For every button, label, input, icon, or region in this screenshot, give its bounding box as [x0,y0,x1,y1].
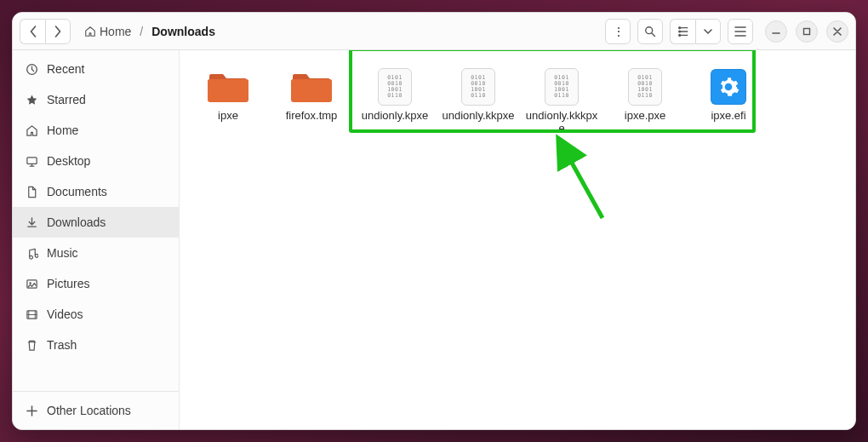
sidebar-divider [13,391,179,392]
headerbar: Home / Downloads ⋮ [13,13,855,50]
svg-rect-6 [26,157,36,164]
window-maximize-button[interactable] [796,20,818,43]
sidebar-item-documents[interactable]: Documents [13,176,179,207]
trash-icon [25,339,38,352]
svg-rect-4 [804,28,810,34]
sidebar-item-music[interactable]: Music [13,238,179,268]
file-manager-window: Home / Downloads ⋮ [12,12,856,430]
body: Recent Starred Home Desktop [13,50,855,429]
content-area[interactable]: ipxe firefox.tmp 0101001010010110 undion… [180,50,855,429]
sidebar-item-home[interactable]: Home [13,115,179,146]
grid-icon [677,26,689,37]
clock-icon [25,63,38,76]
nav-back-button[interactable] [20,19,45,44]
breadcrumb-home[interactable]: Home [77,19,138,44]
nav-buttons [20,19,71,44]
svg-point-0 [646,26,653,33]
kebab-icon: ⋮ [613,25,624,38]
star-icon [25,94,38,106]
documents-icon [25,186,38,198]
window-close-button[interactable] [826,20,848,43]
minimize-icon [772,27,780,36]
svg-point-2 [678,31,680,32]
breadcrumb-label: Downloads [151,25,215,38]
svg-point-3 [678,34,680,36]
home-icon [25,124,38,137]
sidebar-item-downloads[interactable]: Downloads [13,207,179,238]
search-icon [644,26,656,37]
sidebar-item-label: Starred [47,93,86,106]
sidebar-item-starred[interactable]: Starred [13,84,179,115]
sidebar-item-other-locations[interactable]: Other Locations [13,395,179,426]
videos-icon [25,308,38,321]
path-options-button[interactable]: ⋮ [605,19,631,44]
sidebar-item-label: Pictures [47,277,90,290]
sidebar: Recent Starred Home Desktop [13,50,180,429]
breadcrumb-label: Home [100,25,131,38]
svg-line-10 [560,141,602,218]
file-label: ipxe [218,110,238,135]
breadcrumb: Home / Downloads [77,19,598,44]
hamburger-menu-button[interactable] [728,19,753,44]
close-icon [833,27,842,36]
sidebar-item-videos[interactable]: Videos [13,299,179,330]
search-button[interactable] [637,19,663,44]
file-item[interactable]: ipxe [186,62,270,141]
file-item[interactable]: firefox.tmp [270,62,353,141]
sidebar-item-label: Other Locations [47,404,131,417]
view-grid-button[interactable] [670,19,695,44]
sidebar-item-pictures[interactable]: Pictures [13,268,179,299]
nav-forward-button[interactable] [45,19,71,44]
sidebar-item-desktop[interactable]: Desktop [13,146,179,176]
window-minimize-button[interactable] [765,20,787,43]
sidebar-spacer [13,360,179,387]
downloads-icon [25,216,38,229]
view-options-button[interactable] [695,19,721,44]
sidebar-item-label: Recent [47,62,84,76]
sidebar-item-label: Videos [47,307,83,321]
sidebar-item-label: Music [47,246,78,260]
folder-icon [206,67,250,106]
breadcrumb-downloads[interactable]: Downloads [145,19,222,44]
annotation-arrow [551,133,620,227]
headerbar-right [670,19,848,44]
maximize-icon [802,27,811,36]
sidebar-item-label: Documents [47,185,107,198]
desktop-icon [25,155,38,168]
hamburger-icon [734,26,746,37]
svg-point-8 [29,282,31,284]
breadcrumb-separator: / [138,19,145,44]
sidebar-item-trash[interactable]: Trash [13,330,179,360]
chevron-left-icon [29,26,37,37]
view-switcher [670,19,721,44]
file-label: firefox.tmp [286,110,338,135]
sidebar-item-label: Home [47,123,78,137]
svg-point-1 [678,26,680,28]
plus-icon [25,405,38,416]
sidebar-item-recent[interactable]: Recent [13,54,179,84]
chevron-down-icon [704,27,712,36]
music-icon [25,247,38,260]
sidebar-item-label: Trash [47,338,77,352]
window-controls [765,20,848,43]
sidebar-item-label: Desktop [47,154,90,168]
chevron-right-icon [54,26,62,37]
annotation-highlight-box [349,50,756,133]
sidebar-item-label: Downloads [47,215,106,229]
pictures-icon [25,278,38,290]
home-icon [84,26,96,37]
folder-icon [289,67,334,106]
